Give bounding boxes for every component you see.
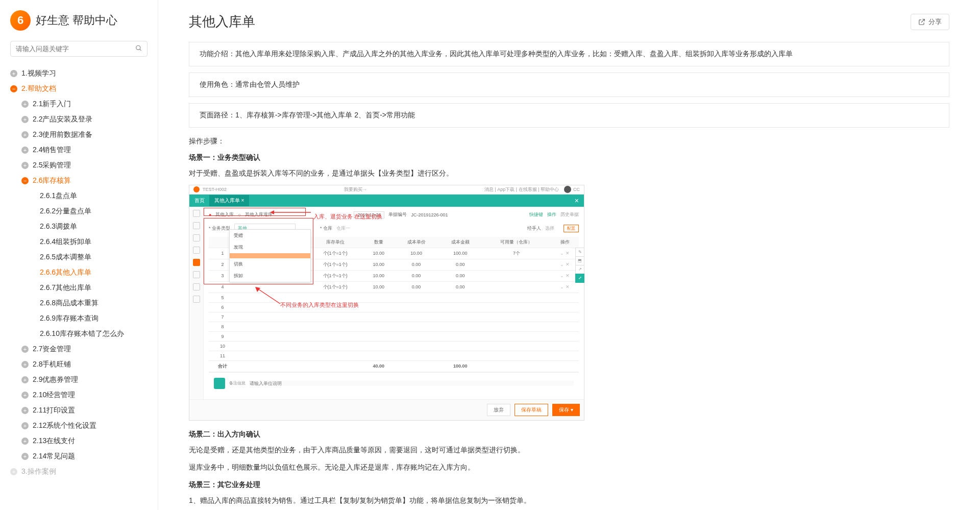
role-box: 使用角色：通常由仓管人员维护 bbox=[189, 72, 949, 97]
path-label: 页面路径： bbox=[200, 111, 235, 119]
nav-cases[interactable]: +3.操作案例 bbox=[10, 464, 148, 479]
ss-tab-doc: 其他入库单 × bbox=[209, 195, 250, 206]
scene3-p1: 1、赠品入库的商品直接转为销售。通过工具栏【复制/复制为销货单】功能，将单据信息… bbox=[189, 495, 949, 507]
path-box: 页面路径：1、库存核算->库存管理->其他入库单 2、首页->常用功能 bbox=[189, 103, 949, 128]
nav-2-5[interactable]: +2.5采购管理 bbox=[10, 158, 148, 173]
scene3-title: 场景三：其它业务处理 bbox=[189, 480, 949, 490]
ss-biztype-dropdown: 受赠 发现 切换 拆卸 bbox=[229, 229, 311, 282]
search-input[interactable] bbox=[10, 41, 148, 57]
nav-2-4[interactable]: +2.4销售管理 bbox=[10, 142, 148, 158]
nav-2-6-3[interactable]: 2.6.3调拨单 bbox=[10, 219, 148, 234]
content-body: 操作步骤： 场景一：业务类型确认 对于受赠、盘盈或是拆装入库等不同的业务，是通过… bbox=[189, 137, 949, 507]
nav-2-6-6[interactable]: 2.6.6其他入库单 bbox=[10, 265, 148, 280]
ss-right-tools: ✎⬒↗⤢ bbox=[575, 248, 584, 282]
nav-2-6-5[interactable]: 2.6.5成本调整单 bbox=[10, 250, 148, 265]
ss-logo-icon bbox=[193, 186, 200, 192]
nav-2-9[interactable]: +2.9优惠券管理 bbox=[10, 372, 148, 387]
nav-2-12[interactable]: +2.12系统个性化设置 bbox=[10, 418, 148, 433]
nav-2-2[interactable]: +2.2产品安装及登录 bbox=[10, 112, 148, 127]
nav-2-10[interactable]: +2.10经营管理 bbox=[10, 387, 148, 403]
steps-label: 操作步骤： bbox=[189, 137, 949, 146]
svg-line-4 bbox=[257, 288, 280, 304]
ss-draft-button: 保存草稿 bbox=[514, 404, 548, 416]
nav-2-3[interactable]: +2.3使用前数据准备 bbox=[10, 127, 148, 142]
nav-2-6-8[interactable]: 2.6.8商品成本重算 bbox=[10, 296, 148, 311]
nav-2-6-10[interactable]: 2.6.10库存账本错了怎么办 bbox=[10, 326, 148, 342]
nav-2-6-9[interactable]: 2.6.9库存账本查询 bbox=[10, 311, 148, 326]
nav-2-6[interactable]: −2.6库存核算 bbox=[10, 173, 148, 188]
ss-cancel-button: 放弃 bbox=[487, 404, 510, 416]
nav-2-6-4[interactable]: 2.6.4组装拆卸单 bbox=[10, 234, 148, 250]
share-button[interactable]: 分享 bbox=[911, 14, 949, 30]
share-icon bbox=[918, 18, 925, 26]
logo-icon: 6 bbox=[10, 10, 31, 31]
intro-box: 功能介绍：其他入库单用来处理除采购入库、产成品入库之外的其他入库业务，因此其他入… bbox=[189, 42, 949, 66]
nav-2-6-1[interactable]: 2.6.1盘点单 bbox=[10, 188, 148, 204]
scene1-title: 场景一：业务类型确认 bbox=[189, 153, 949, 162]
nav-video[interactable]: +1.视频学习 bbox=[10, 66, 148, 81]
nav-2-11[interactable]: +2.11打印设置 bbox=[10, 403, 148, 418]
ss-tab-home: 首页 bbox=[194, 198, 205, 203]
nav-2-7[interactable]: +2.7资金管理 bbox=[10, 342, 148, 357]
sidebar: 6 好生意 帮助中心 +1.视频学习 −2.帮助文档 +2.1新手入门 +2.2… bbox=[0, 0, 158, 510]
ss-buy-button: 我要购买→ bbox=[344, 186, 367, 193]
path-text: 1、库存核算->库存管理->其他入库单 2、首页->常用功能 bbox=[235, 111, 415, 119]
nav-2-13[interactable]: +2.13在线支付 bbox=[10, 433, 148, 449]
ss-memo-input bbox=[250, 381, 574, 386]
avatar-icon bbox=[564, 186, 571, 193]
svg-point-0 bbox=[136, 45, 140, 50]
demo-screenshot: TEST-H002 我要购买→ 消息 | App下载 | 在线客服 | 帮助中心… bbox=[189, 185, 584, 421]
brand: 6 好生意 帮助中心 bbox=[10, 10, 148, 31]
nav-tree: +1.视频学习 −2.帮助文档 +2.1新手入门 +2.2产品安装及登录 +2.… bbox=[10, 66, 148, 479]
role-label: 使用角色： bbox=[200, 80, 235, 88]
scene2-p2: 退库业务中，明细数量均以负值红色展示。无论是入库还是退库，库存账均记在入库方向。 bbox=[189, 462, 949, 474]
nav-2-8[interactable]: +2.8手机旺铺 bbox=[10, 357, 148, 372]
nav-docs[interactable]: −2.帮助文档 bbox=[10, 81, 148, 96]
intro-text: 其他入库单用来处理除采购入库、产成品入库之外的其他入库业务，因此其他入库单可处理… bbox=[235, 50, 793, 58]
scene2-p1: 无论是受赠，还是其他类型的业务，由于入库商品质量等原因，需要退回，这时可通过单据… bbox=[189, 444, 949, 456]
search-box bbox=[10, 41, 148, 57]
nav-2-6-7[interactable]: 2.6.7其他出库单 bbox=[10, 280, 148, 296]
brand-text: 好生意 帮助中心 bbox=[36, 13, 117, 28]
scene1-text: 对于受赠、盘盈或是拆装入库等不同的业务，是通过单据头【业务类型】进行区分。 bbox=[189, 167, 949, 180]
ss-save-button: 保存 ▾ bbox=[552, 404, 580, 416]
svg-marker-5 bbox=[255, 287, 260, 292]
main-content: 其他入库单 分享 功能介绍：其他入库单用来处理除采购入库、产成品入库之外的其他入… bbox=[158, 0, 980, 510]
memo-icon bbox=[214, 378, 225, 389]
svg-line-1 bbox=[140, 49, 141, 51]
svg-marker-3 bbox=[270, 210, 274, 214]
nav-2-1[interactable]: +2.1新手入门 bbox=[10, 96, 148, 112]
ss-sidebar bbox=[189, 207, 204, 399]
scene2-title: 场景二：出入方向确认 bbox=[189, 430, 949, 439]
intro-label: 功能介绍： bbox=[200, 50, 235, 58]
page-title: 其他入库单 bbox=[189, 13, 255, 31]
nav-2-14[interactable]: +2.14常见问题 bbox=[10, 449, 148, 464]
nav-2-6-2[interactable]: 2.6.2分量盘点单 bbox=[10, 204, 148, 219]
search-icon[interactable] bbox=[135, 44, 142, 53]
role-text: 通常由仓管人员维护 bbox=[235, 80, 300, 88]
